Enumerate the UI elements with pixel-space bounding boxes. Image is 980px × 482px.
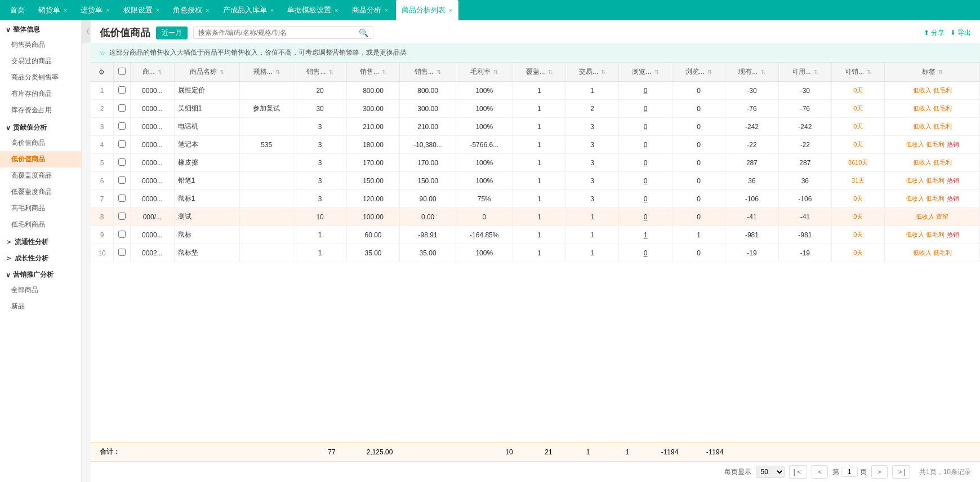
col-tags[interactable]: 标签 ⇅ xyxy=(885,63,980,82)
col-sale3[interactable]: 销售... ⇅ xyxy=(400,63,456,82)
close-icon[interactable]: × xyxy=(449,7,452,14)
browse1-value[interactable]: 0 xyxy=(644,213,648,221)
browse1-value[interactable]: 0 xyxy=(644,249,648,257)
select-all-checkbox[interactable] xyxy=(118,68,126,75)
row-checkbox[interactable] xyxy=(118,231,126,238)
close-icon[interactable]: × xyxy=(270,7,274,14)
col-stock2[interactable]: 可用... ⇅ xyxy=(778,63,831,82)
stock2-value: -76 xyxy=(778,100,831,118)
sidebar-item-category-sales[interactable]: 商品分类销售率 xyxy=(0,69,81,86)
nav-product-analysis-list[interactable]: 商品分析列表 × xyxy=(396,0,458,20)
close-icon[interactable]: × xyxy=(64,7,67,14)
row-num: 9 xyxy=(91,226,113,244)
row-checkbox[interactable] xyxy=(118,158,126,166)
col-name[interactable]: 商品名称 ⇅ xyxy=(174,63,239,82)
page-number-input[interactable] xyxy=(841,467,858,477)
sidebar-item-stock-value[interactable]: 库存资金占用 xyxy=(0,102,81,118)
first-page-button[interactable]: |＜ xyxy=(789,465,807,479)
col-coverage[interactable]: 覆盖... ⇅ xyxy=(513,63,565,82)
nav-permissions[interactable]: 权限设置 × xyxy=(118,0,165,20)
row-checkbox[interactable] xyxy=(118,194,126,202)
col-sale2[interactable]: 销售... ⇅ xyxy=(346,63,399,82)
col-stock3[interactable]: 可销... ⇅ xyxy=(832,63,885,82)
share-button[interactable]: ⬆ 分享 xyxy=(924,28,945,38)
search-icon[interactable]: 🔍 xyxy=(359,28,368,37)
search-input[interactable] xyxy=(198,29,359,37)
nav-home[interactable]: 首页 xyxy=(5,0,30,20)
col-select-all[interactable] xyxy=(113,63,130,82)
sidebar-group-marketing[interactable]: ∨ 营销推广分析 xyxy=(0,266,81,282)
close-icon[interactable]: × xyxy=(385,7,388,14)
row-checkbox[interactable] xyxy=(118,140,126,148)
prev-page-button[interactable]: ＜ xyxy=(812,465,828,479)
col-browse1[interactable]: 浏览... ⇅ xyxy=(619,63,672,82)
row-checkbox[interactable] xyxy=(118,86,126,94)
last-page-button[interactable]: ＞| xyxy=(892,465,910,479)
col-browse2[interactable]: 浏览... ⇅ xyxy=(672,63,725,82)
sidebar-group-liquidity[interactable]: ＞ 流通性分析 xyxy=(0,233,81,249)
sale1-value: 3 xyxy=(293,190,346,208)
row-checkbox[interactable] xyxy=(118,249,126,256)
col-code[interactable]: 商... ⇅ xyxy=(130,63,174,82)
sale2-value: 300.00 xyxy=(346,100,399,118)
nav-production[interactable]: 产成品入库单 × xyxy=(217,0,279,20)
browse1-value[interactable]: 0 xyxy=(644,123,648,131)
nav-purchase[interactable]: 进货单 × xyxy=(75,0,115,20)
sidebar-item-low-value[interactable]: 低价值商品 xyxy=(0,151,81,167)
row-num: 2 xyxy=(91,100,113,118)
nav-roles[interactable]: 角色授权 × xyxy=(167,0,215,20)
browse1-value[interactable]: 0 xyxy=(644,195,648,203)
col-profit-rate[interactable]: 毛利率 ⇅ xyxy=(456,63,513,82)
row-checkbox[interactable] xyxy=(118,104,126,112)
sidebar-item-all-goods[interactable]: 全部商品 xyxy=(0,282,81,298)
nav-template[interactable]: 单据模板设置 × xyxy=(282,0,344,20)
col-stock1[interactable]: 现有... ⇅ xyxy=(725,63,778,82)
sidebar-group-overall[interactable]: ∨ 整体信息 xyxy=(0,20,81,37)
sidebar-item-high-profit[interactable]: 高毛利商品 xyxy=(0,200,81,216)
sidebar-group-growth[interactable]: ＞ 成长性分析 xyxy=(0,249,81,266)
browse1-value[interactable]: 0 xyxy=(644,105,648,113)
sidebar-item-sales-goods[interactable]: 销售类商品 xyxy=(0,37,81,53)
browse1-value[interactable]: 0 xyxy=(644,87,648,95)
close-icon[interactable]: × xyxy=(206,7,209,14)
close-icon[interactable]: × xyxy=(335,7,338,14)
sidebar-collapse-button[interactable]: 《 xyxy=(82,20,91,43)
sidebar-item-high-coverage[interactable]: 高覆盖度商品 xyxy=(0,167,81,184)
row-checkbox[interactable] xyxy=(118,176,126,184)
trade-value: 3 xyxy=(566,118,619,136)
browse1-value[interactable]: 0 xyxy=(644,177,648,185)
per-page-label: 每页显示 xyxy=(724,467,751,477)
export-button[interactable]: ⬇ 导出 xyxy=(950,28,971,38)
table-row: 3 0000... 电话机 3 210.00 210.00 100% 1 3 0… xyxy=(91,118,980,136)
sidebar-item-traded-goods[interactable]: 交易过的商品 xyxy=(0,53,81,69)
col-spec[interactable]: 规格... ⇅ xyxy=(240,63,293,82)
sidebar-item-stock-goods[interactable]: 有库存的商品 xyxy=(0,86,81,102)
col-sale1[interactable]: 销售... ⇅ xyxy=(293,63,346,82)
browse1-value[interactable]: 1 xyxy=(644,231,648,239)
stock1-value: -242 xyxy=(725,118,778,136)
sidebar-item-new-goods[interactable]: 新品 xyxy=(0,298,81,315)
product-code: 0000... xyxy=(130,100,174,118)
nav-product-analysis[interactable]: 商品分析 × xyxy=(346,0,394,20)
per-page-select[interactable]: 50 100 200 xyxy=(756,466,785,478)
row-checkbox[interactable] xyxy=(118,122,126,130)
next-page-button[interactable]: ＞ xyxy=(871,465,888,479)
browse2-value: 0 xyxy=(672,244,725,262)
row-checkbox[interactable] xyxy=(118,213,126,220)
sidebar-item-high-value[interactable]: 高价值商品 xyxy=(0,135,81,151)
nav-sales[interactable]: 销货单 × xyxy=(33,0,73,20)
sidebar-group-contribution[interactable]: ∨ 贡献值分析 xyxy=(0,118,81,135)
browse1-value[interactable]: 0 xyxy=(644,141,648,149)
sale1-value: 1 xyxy=(293,244,346,262)
sidebar-item-low-coverage[interactable]: 低覆盖度商品 xyxy=(0,184,81,200)
close-icon[interactable]: × xyxy=(156,7,159,14)
col-trade[interactable]: 交易... ⇅ xyxy=(566,63,619,82)
col-settings[interactable]: ⚙ xyxy=(91,63,113,82)
sidebar-item-low-profit[interactable]: 低毛利商品 xyxy=(0,216,81,233)
tag-badge: 低收入 xyxy=(906,177,924,184)
filter-recent-month-button[interactable]: 近一月 xyxy=(156,26,188,39)
coverage-value: 1 xyxy=(513,226,565,244)
close-icon[interactable]: × xyxy=(106,7,109,14)
browse1-value[interactable]: 0 xyxy=(644,159,648,167)
sale3-value: 90.00 xyxy=(400,190,456,208)
